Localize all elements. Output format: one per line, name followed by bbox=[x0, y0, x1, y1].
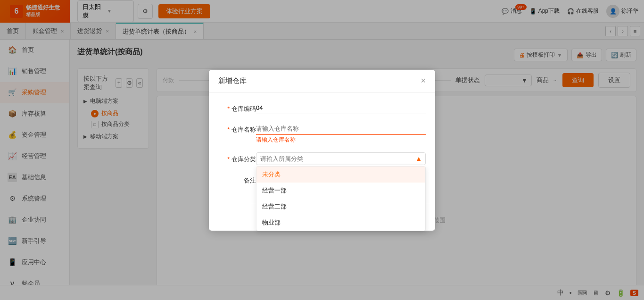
name-input-wrap: 请输入仓库名称 bbox=[256, 123, 426, 144]
category-label: 仓库分类 bbox=[218, 152, 256, 164]
category-dropdown: 未分类 经营一部 经营二部 物业部 bbox=[256, 166, 426, 231]
form-row-name: 仓库名称 请输入仓库名称 bbox=[218, 123, 426, 144]
dropdown-item-3[interactable]: 物业部 bbox=[256, 215, 425, 231]
name-label: 仓库名称 bbox=[218, 123, 256, 134]
dropdown-item-2[interactable]: 经营二部 bbox=[256, 199, 425, 215]
category-toggle-icon[interactable]: ▲ bbox=[415, 155, 422, 162]
modal-header: 新增仓库 × bbox=[209, 70, 435, 92]
warehouse-category-input[interactable] bbox=[256, 152, 426, 165]
modal-title: 新增仓库 bbox=[218, 76, 247, 85]
note-label: 备注 bbox=[218, 174, 256, 185]
code-label: 仓库编码 bbox=[218, 102, 256, 113]
code-input-wrap bbox=[256, 102, 426, 114]
warehouse-modal: 新增仓库 × 仓库编码 仓库名称 请输入仓库名称 仓库 bbox=[209, 70, 435, 231]
warehouse-name-input[interactable] bbox=[256, 123, 426, 135]
warehouse-code-input[interactable] bbox=[256, 102, 426, 114]
category-input-wrap: ▲ 未分类 经营一部 经营二部 物业部 bbox=[256, 152, 426, 165]
name-error-msg: 请输入仓库名称 bbox=[256, 136, 426, 144]
modal-close-btn[interactable]: × bbox=[421, 76, 426, 85]
modal-overlay: 新增仓库 × 仓库编码 仓库名称 请输入仓库名称 仓库 bbox=[0, 0, 644, 300]
form-row-category: 仓库分类 ▲ 未分类 经营一部 经营二部 物业部 bbox=[218, 152, 426, 165]
form-row-code: 仓库编码 bbox=[218, 102, 426, 114]
dropdown-item-1[interactable]: 经营一部 bbox=[256, 183, 425, 199]
modal-body: 仓库编码 仓库名称 请输入仓库名称 仓库分类 ▲ bbox=[209, 92, 435, 204]
dropdown-item-0[interactable]: 未分类 bbox=[256, 167, 425, 183]
